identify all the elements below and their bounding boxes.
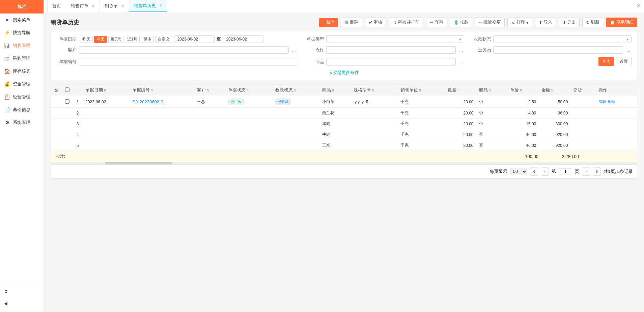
th-payment-status[interactable]: 收款状态 ⇅ xyxy=(273,84,319,96)
horizontal-scrollbar[interactable] xyxy=(51,162,637,164)
td-check[interactable] xyxy=(62,140,73,151)
goods-input[interactable] xyxy=(326,58,456,66)
th-check[interactable] xyxy=(62,84,73,96)
display-detail-button[interactable]: 📋 显示明细 xyxy=(606,18,637,27)
customer-input[interactable] xyxy=(79,46,289,54)
td-doc-num[interactable] xyxy=(130,119,194,129)
th-doc-date[interactable]: 单据日期 ⇅ xyxy=(83,84,130,96)
sidebar-item-finance[interactable]: 💰 资金管理 xyxy=(0,78,44,90)
warehouse-dots[interactable]: ... xyxy=(458,48,464,53)
th-doc-num[interactable]: 单据编号 ⇅ xyxy=(130,84,194,96)
sidebar-item-search-menu[interactable]: ≡ 搜索菜单 xyxy=(0,14,44,26)
sidebar-collapse-button[interactable]: ◀ xyxy=(0,297,44,309)
td-check[interactable] xyxy=(62,96,73,108)
page-number-input[interactable] xyxy=(559,168,572,175)
td-doc-num[interactable]: SA-20230602-0 xyxy=(130,96,194,108)
page-next-button[interactable]: › xyxy=(582,167,590,176)
tab-sales-delivery[interactable]: 销货单 ✕ xyxy=(100,0,129,12)
td-actions[interactable]: 编辑删除 xyxy=(596,96,637,108)
date-quick-custom[interactable]: 自定义 xyxy=(155,36,172,43)
warehouse-input[interactable] xyxy=(326,46,456,54)
date-quick-today[interactable]: 今天 xyxy=(94,36,107,43)
settings-filter-button[interactable]: 设置 xyxy=(616,57,632,66)
abandon-button[interactable]: ↩ 弃审 xyxy=(426,18,447,27)
sidebar-item-basic-info[interactable]: 📄 基础信息 xyxy=(0,103,44,116)
th-unit-price[interactable]: 单价 ⇅ xyxy=(507,84,539,96)
th-gift[interactable]: 赠品 ⇅ xyxy=(476,84,508,96)
audit-print-button[interactable]: 🖨 审核并打印 xyxy=(389,18,423,27)
date-quick-7days[interactable]: 近7天 xyxy=(108,36,123,43)
new-button[interactable]: + 新增 xyxy=(319,18,338,27)
tab-sales-order-close[interactable]: ✕ xyxy=(92,4,95,8)
td-doc-num[interactable] xyxy=(130,108,194,119)
sidebar-item-quick-nav[interactable]: ⚡ 快捷导航 xyxy=(0,26,44,39)
th-goods[interactable]: 商品 ⇅ xyxy=(319,84,351,96)
td-check[interactable] xyxy=(62,119,73,129)
page-last-button[interactable]: ⟫ xyxy=(593,167,601,176)
salesperson-input[interactable] xyxy=(493,46,623,54)
th-spec[interactable]: 规格型号 ⇅ xyxy=(351,84,398,96)
td-actions[interactable] xyxy=(596,129,637,140)
payment-status-select[interactable] xyxy=(493,35,632,43)
date-to-input[interactable] xyxy=(223,35,263,43)
th-customer[interactable]: 客户 ⇅ xyxy=(194,84,226,96)
batch-change-button[interactable]: ✏ 批量变更 xyxy=(475,18,505,27)
tab-bar-close-all[interactable]: ✕ xyxy=(636,3,641,9)
sidebar-settings-button[interactable]: ⚙ xyxy=(0,286,44,297)
collect-button[interactable]: 💲 收款 xyxy=(450,18,472,27)
tab-sales-delivery-close[interactable]: ✕ xyxy=(121,4,124,8)
refresh-button[interactable]: ↻ 刷新 xyxy=(582,18,603,27)
batch-change-icon: ✏ xyxy=(479,20,482,25)
date-from-input[interactable] xyxy=(174,35,215,43)
action-link[interactable]: 编辑 xyxy=(599,100,607,104)
page-prev-button[interactable]: ‹ xyxy=(541,167,549,176)
tab-home[interactable]: 首页 xyxy=(47,0,66,12)
export-button[interactable]: ⬇ 导出 xyxy=(559,18,580,27)
per-page-label: 每页显示 xyxy=(490,168,507,175)
th-doc-status[interactable]: 单据状态 ⇅ xyxy=(225,84,272,96)
th-settings[interactable]: ⚙ xyxy=(51,84,62,96)
tab-sales-history[interactable]: 销货单历史 ✕ xyxy=(129,0,167,12)
salesperson-dots[interactable]: ... xyxy=(625,48,632,53)
customer-dots[interactable]: ... xyxy=(291,48,297,53)
td-check[interactable] xyxy=(62,108,73,119)
audit-icon: ✔ xyxy=(369,20,372,25)
doc-num-input[interactable] xyxy=(79,58,297,66)
action-link[interactable]: 删除 xyxy=(608,100,615,104)
th-qty[interactable]: 数量 ⇅ xyxy=(445,84,476,96)
import-button[interactable]: ⬆ 导入 xyxy=(535,18,556,27)
scrollbar-thumb[interactable] xyxy=(105,162,172,164)
sidebar-item-inventory[interactable]: 🏠 库存核算 xyxy=(0,65,44,78)
td-check[interactable] xyxy=(62,129,73,140)
audit-button[interactable]: ✔ 审核 xyxy=(365,18,386,27)
date-quick-yesterday[interactable]: 昨天 xyxy=(80,36,93,43)
date-quick-1month[interactable]: 近1月 xyxy=(125,36,140,43)
td-payment-status xyxy=(273,108,319,119)
select-all-checkbox[interactable] xyxy=(65,87,69,92)
th-amount[interactable]: 金额 ⇅ xyxy=(539,84,570,96)
tab-sales-history-close[interactable]: ✕ xyxy=(159,3,162,8)
delete-button[interactable]: 🗑 删除 xyxy=(341,18,362,27)
collapse-button[interactable]: ∧ 收起更多条件 xyxy=(56,70,632,76)
date-quick-more[interactable]: 更多 xyxy=(141,36,154,43)
sidebar-item-operations[interactable]: 📋 经营管理 xyxy=(0,90,44,103)
th-unit[interactable]: 销售单位 ⇅ xyxy=(398,84,445,96)
doc-num-link[interactable]: SA-20230602-0 xyxy=(132,99,163,104)
sidebar-item-sales-mgmt[interactable]: 📊 销售管理 xyxy=(0,39,44,52)
td-actions[interactable] xyxy=(596,140,637,151)
goods-dots[interactable]: ... xyxy=(458,59,464,64)
per-page-select[interactable]: 50 100 xyxy=(510,168,527,175)
tab-sales-order[interactable]: 销售订单 ✕ xyxy=(66,0,100,12)
table-settings-icon[interactable]: ⚙ xyxy=(54,88,58,93)
print-button[interactable]: 🖨 打印 ▾ xyxy=(507,18,532,27)
row-checkbox[interactable] xyxy=(65,99,69,104)
sidebar-item-purchase-mgmt[interactable]: 🛒 采购管理 xyxy=(0,52,44,65)
td-actions[interactable] xyxy=(596,108,637,119)
td-actions[interactable] xyxy=(596,119,637,129)
page-first-button[interactable]: ⟪ xyxy=(530,167,538,176)
td-doc-num[interactable] xyxy=(130,140,194,151)
sidebar-item-system-mgmt[interactable]: ⚙ 系统管理 xyxy=(0,116,44,129)
doc-type-select[interactable] xyxy=(326,35,465,43)
td-doc-num[interactable] xyxy=(130,129,194,140)
query-button[interactable]: 查询 xyxy=(598,57,614,66)
